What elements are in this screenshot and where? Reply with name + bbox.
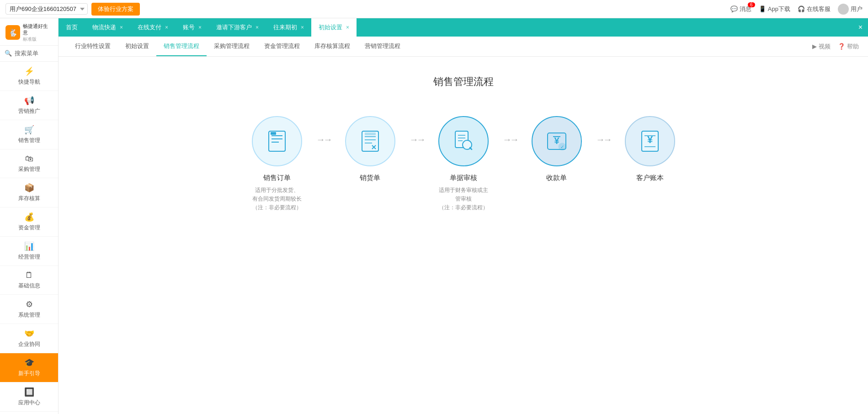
nav-item-home[interactable]: 首页 [59, 18, 85, 37]
inventory-icon: 📦 [24, 183, 34, 193]
sidebar-item-label: 新手引导 [18, 370, 40, 377]
nav-item-label: 往来期初 [273, 23, 297, 32]
video-label: 视频 [819, 42, 831, 51]
flow-diagram: 销售订单 适用于分批发货、有合同发货周期较长（注：非必要流程） →→ [68, 116, 859, 212]
user-select[interactable]: 用户690企业1660120507 [5, 3, 88, 15]
flow-circle-delivery [345, 116, 395, 166]
flow-step-ledger: ¥ 客户账本 [609, 116, 691, 186]
nav-bar: 首页 物流快递 × 在线支付 × 账号 × 邀请下游客户 × 往来期初 × [59, 18, 868, 37]
content-area: 首页 物流快递 × 在线支付 × 账号 × 邀请下游客户 × 往来期初 × [59, 18, 868, 414]
nav-item-label: 邀请下游客户 [216, 23, 252, 32]
operations-icon: 📊 [24, 241, 34, 251]
sidebar-item-label: 快捷导航 [18, 78, 40, 86]
sub-tab-label: 初始设置 [125, 42, 149, 50]
sidebar-item-label: 经营管理 [18, 253, 40, 261]
user-item[interactable]: 用户 [838, 4, 863, 15]
sidebar-item-enterprise[interactable]: 🤝 企业协同 [0, 324, 58, 353]
nav-item-label: 物流快递 [92, 23, 116, 32]
top-bar-right: 💬 消息 6 📱 App下载 🎧 在线客服 用户 [730, 4, 863, 15]
top-bar-left: 用户690企业1660120507 体验行业方案 [5, 3, 140, 16]
sidebar-item-base-info[interactable]: 🗒 基础信息 [0, 266, 58, 295]
search-icon: 🔍 [5, 50, 12, 57]
svg-rect-4 [271, 132, 276, 135]
sub-tabs-right: ▶ 视频 ❓ 帮助 [812, 42, 859, 51]
flow-step-delivery: 销货单 [329, 116, 411, 186]
sidebar-item-wechat[interactable]: 💬 企业微信 [0, 412, 58, 414]
trial-button[interactable]: 体验行业方案 [91, 3, 140, 16]
message-badge: 6 [748, 2, 755, 7]
headset-icon: 🎧 [798, 5, 805, 12]
sub-tab-label: 行业特性设置 [75, 42, 111, 50]
sidebar-item-quick-nav[interactable]: ⚡ 快捷导航 [0, 62, 58, 91]
flow-step-review: 单据审核 适用于财务审核或主管审核（注：非必要流程） [422, 116, 505, 212]
nav-item-label: 首页 [66, 23, 78, 32]
nav-close-icon[interactable]: × [198, 24, 202, 31]
base-info-icon: 🗒 [25, 271, 33, 280]
sub-tab-initial[interactable]: 初始设置 [118, 37, 156, 56]
app-download-item[interactable]: 📱 App下载 [759, 5, 790, 13]
help-label: 帮助 [847, 42, 859, 51]
purchase-icon: 🛍 [25, 154, 33, 164]
sub-tab-finance-flow[interactable]: 资金管理流程 [257, 37, 307, 56]
flow-step-payment: ¥ ✓ 收款单 [516, 116, 598, 186]
sub-tab-label: 销售管理流程 [164, 42, 199, 50]
nav-item-period[interactable]: 往来期初 × [266, 18, 311, 37]
sidebar-item-inventory[interactable]: 📦 库存核算 [0, 178, 58, 207]
avatar [838, 4, 849, 15]
sidebar-item-label: 基础信息 [18, 282, 40, 290]
flow-step-sales-order: 销售订单 适用于分批发货、有合同发货周期较长（注：非必要流程） [236, 116, 318, 212]
appstore-icon: 🔲 [24, 387, 34, 397]
service-item[interactable]: 🎧 在线客服 [798, 5, 831, 13]
nav-item-initial-setup[interactable]: 初始设置 × [311, 18, 357, 37]
sidebar-item-finance[interactable]: 💰 资金管理 [0, 207, 58, 237]
flow-circle-ledger: ¥ [625, 116, 675, 166]
sidebar-item-operations[interactable]: 📊 经营管理 [0, 237, 58, 266]
sidebar-item-system[interactable]: ⚙ 系统管理 [0, 295, 58, 324]
nav-item-logistics[interactable]: 物流快递 × [85, 18, 130, 37]
main-layout: 🐇 畅捷通好生意 标准版 🔍 搜索菜单 ⚡ 快捷导航 📢 营销推广 🛒 销售管理… [0, 18, 868, 414]
sub-tab-label: 资金管理流程 [264, 42, 300, 50]
sidebar-item-label: 销售管理 [18, 137, 40, 144]
message-icon-item[interactable]: 💬 消息 6 [730, 5, 751, 13]
sidebar-item-label: 系统管理 [18, 311, 40, 319]
logo-icon: 🐇 [5, 25, 20, 40]
page-content: 销售管理流程 销售订单 适用于分批发货、有合同发货周期较长（ [59, 57, 868, 414]
flow-step-label: 客户账本 [636, 174, 664, 182]
sidebar-item-guide[interactable]: 🎓 新手引导 [0, 353, 58, 382]
sub-tab-inventory-flow[interactable]: 库存核算流程 [307, 37, 357, 56]
sub-tab-purchase-flow[interactable]: 采购管理流程 [207, 37, 257, 56]
sidebar-item-appstore[interactable]: 🔲 应用中心 [0, 382, 58, 412]
nav-close-icon[interactable]: × [346, 24, 349, 31]
sub-tab-label: 采购管理流程 [214, 42, 250, 50]
flow-step-label: 收款单 [546, 174, 567, 182]
nav-close-all[interactable]: × [853, 18, 868, 37]
search-menu-label: 搜索菜单 [15, 49, 38, 58]
svg-line-15 [470, 148, 472, 149]
app-icon: 📱 [759, 5, 766, 12]
user-label: 用户 [851, 5, 863, 13]
search-menu[interactable]: 🔍 搜索菜单 [0, 46, 58, 62]
flow-step-desc: 适用于财务审核或主管审核（注：非必要流程） [439, 186, 488, 212]
nav-item-account[interactable]: 账号 × [176, 18, 209, 37]
nav-close-icon[interactable]: × [165, 24, 168, 31]
sidebar-item-purchase[interactable]: 🛍 采购管理 [0, 149, 58, 178]
sales-icon: 🛒 [24, 125, 34, 135]
nav-item-invite[interactable]: 邀请下游客户 × [209, 18, 266, 37]
nav-close-icon[interactable]: × [256, 24, 259, 31]
enterprise-icon: 🤝 [24, 329, 34, 339]
sub-tab-sales-flow[interactable]: 销售管理流程 [156, 37, 207, 56]
sidebar-item-marketing[interactable]: 📢 营销推广 [0, 91, 58, 120]
video-link[interactable]: ▶ 视频 [812, 42, 831, 51]
sidebar-item-sales[interactable]: 🛒 销售管理 [0, 120, 58, 149]
sub-tab-marketing-flow[interactable]: 营销管理流程 [357, 37, 408, 56]
sub-tab-industry[interactable]: 行业特性设置 [68, 37, 118, 56]
help-link[interactable]: ❓ 帮助 [838, 42, 859, 51]
flow-step-label: 单据审核 [450, 174, 477, 182]
nav-item-payment[interactable]: 在线支付 × [130, 18, 176, 37]
nav-close-icon[interactable]: × [120, 24, 123, 31]
sub-tab-label: 营销管理流程 [365, 42, 400, 50]
flow-circle-sales-order [252, 116, 302, 166]
flow-circle-payment: ¥ ✓ [532, 116, 582, 166]
logo-version: 标准版 [23, 36, 53, 42]
nav-close-icon[interactable]: × [301, 24, 304, 31]
